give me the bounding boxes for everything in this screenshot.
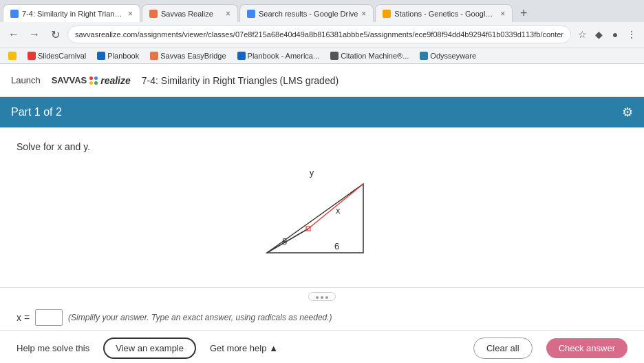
reload-button[interactable]: ↻ [47,26,63,43]
tab-favicon [10,10,19,18]
app-header: Launch SAVVAS realize 7-4: Similarity in… [0,64,644,97]
bookmark-icon [237,52,246,60]
settings-icon[interactable]: ⚙ [622,105,633,120]
savvas-text: SAVVAS [52,75,87,85]
tab-label: Search results - Google Drive [259,10,358,18]
svg-marker-0 [267,184,363,253]
view-example-button[interactable]: View an example [103,338,196,359]
tab-close-icon[interactable]: × [226,9,230,19]
bookmark-label: Odysseyware [430,52,476,60]
diagram-area: y 8 x 6 [17,163,627,267]
hint-text: (Simplify your answer. Type an exact ans… [68,313,332,322]
launch-text: Launch [11,75,41,85]
profile-icon[interactable]: ● [608,28,622,41]
bookmark-planbook[interactable]: Planbook [94,50,142,61]
bookmark-easybridge[interactable]: Savvas EasyBridge [147,50,228,61]
bookmark-label: SlidesCarnival [38,52,86,60]
bookmark-slidescarnival[interactable]: SlidesCarnival [25,50,89,61]
bookmark-icon [8,52,17,60]
page-title: 7-4: Similarity in Right Triangles (LMS … [142,75,339,86]
bookmark-label: Citation Machine®... [341,52,409,60]
bookmarks-bar: SlidesCarnival Planbook Savvas EasyBridg… [0,47,644,63]
tab-google-drive[interactable]: Search results - Google Drive × [239,4,374,22]
tab-favicon [149,10,158,18]
triangle-diagram: y 8 x 6 [253,163,391,267]
tab-favicon [383,10,391,18]
bookmark-label: Savvas EasyBridge [160,52,226,60]
tab-label: Stations - Genetics - Google Sli... [394,10,497,18]
bookmark-star[interactable] [6,50,19,61]
bookmark-odysseyware[interactable]: Odysseyware [417,50,479,61]
savvas-logo[interactable]: SAVVAS realize [52,75,131,86]
answer-input[interactable] [35,309,63,326]
tab-close-icon[interactable]: × [361,9,366,19]
tab-favicon [247,10,255,18]
label-x: x [336,205,341,216]
forward-browser-button[interactable]: → [26,26,43,43]
bookmark-icon [330,52,339,60]
get-more-help-button[interactable]: Get more help ▲ [210,343,278,353]
help-me-solve-button[interactable]: Help me solve this [17,343,89,353]
tab-similarity[interactable]: 7-4: Similarity in Right Triangles × [3,4,140,22]
tab-close-icon[interactable]: × [128,9,133,19]
main-content: Solve for x and y. y 8 x 6 [0,127,644,287]
bookmark-label: Planbook - America... [248,52,320,60]
bookmark-star-icon[interactable]: ☆ [575,28,589,41]
bookmark-label: Planbook [107,52,139,60]
tab-label: Savvas Realize [161,10,222,18]
action-bar: Help me solve this View an example Get m… [0,330,644,363]
clear-all-button[interactable]: Clear all [473,338,533,359]
bookmark-icon [420,52,428,60]
address-bar: ← → ↻ ☆ ◆ ● ⋮ [0,22,644,47]
label-8: 8 [282,236,287,247]
tab-close-icon[interactable]: × [500,9,505,19]
bookmark-planbook-america[interactable]: Planbook - America... [235,50,323,61]
label-6: 6 [334,241,339,251]
bookmark-icon [28,52,36,60]
back-browser-button[interactable]: ← [6,26,22,43]
tab-google-slides[interactable]: Stations - Genetics - Google Sli... × [375,4,513,22]
tab-bar: 7-4: Similarity in Right Triangles × Sav… [0,0,644,22]
menu-icon[interactable]: ⋮ [625,28,638,41]
tab-savvas[interactable]: Savvas Realize × [142,4,238,22]
check-answer-button[interactable]: Check answer [546,338,627,358]
browser-chrome: 7-4: Similarity in Right Triangles × Sav… [0,0,644,64]
logo-dots [89,76,98,85]
url-input[interactable] [67,25,571,43]
svg-line-2 [267,229,308,253]
realize-text: realize [100,75,131,86]
y-label: y [310,167,314,178]
input-area: x = (Simplify your answer. Type an exact… [0,305,644,330]
bookmark-icon [97,52,105,60]
problem-statement: Solve for x and y. [17,141,627,152]
divider-area [0,287,644,305]
part-label: Part 1 of 2 [11,106,62,118]
part-header: Part 1 of 2 ⚙ [0,97,644,127]
new-tab-button[interactable]: + [514,4,533,22]
bookmark-icon [150,52,158,60]
tab-label: 7-4: Similarity in Right Triangles [22,10,125,18]
chevron-down-icon: ▲ [269,343,278,353]
bookmark-citation[interactable]: Citation Machine®... [328,50,411,61]
extension-icon[interactable]: ◆ [592,28,605,41]
x-equals-label: x = [17,312,30,323]
